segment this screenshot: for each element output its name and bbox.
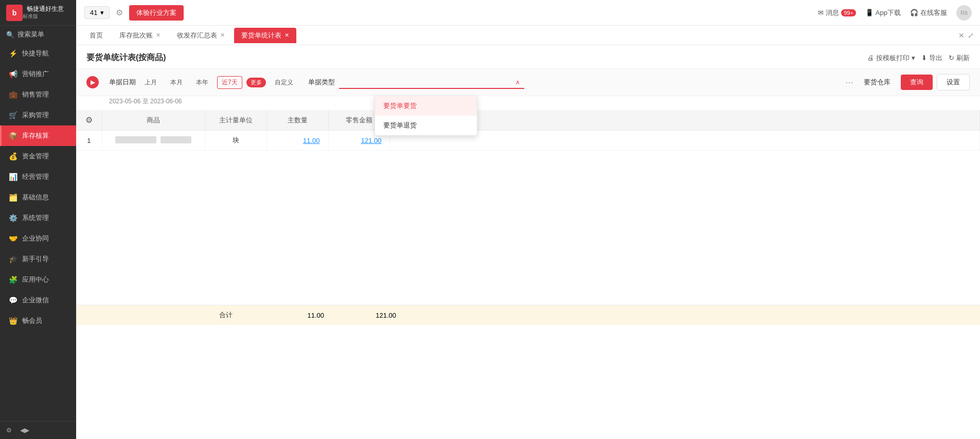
avatar-text: Rit xyxy=(960,10,967,16)
search-label: 搜索菜单 xyxy=(17,30,44,39)
goods-placeholder-1 xyxy=(115,136,156,143)
page-header: 要货单统计表(按商品) 🖨 按模板打印 ▾ ⬇ 导出 ↻ 刷新 xyxy=(76,45,980,69)
warehouse-filter-group: 要货仓库 xyxy=(864,78,890,87)
type-dropdown: 要货单要货 要货单退货 xyxy=(375,96,477,136)
sidebar: b 畅捷通好生意 标准版 🔍 搜索菜单 ⚡ 快捷导航 📢 营销推广 💼 销售管理… xyxy=(0,0,76,439)
zijin-icon: 💰 xyxy=(8,151,18,161)
messages-badge: 99+ xyxy=(841,9,856,16)
app-download-btn[interactable]: 📱 App下载 xyxy=(865,8,901,17)
sidebar-item-label: 应用中心 xyxy=(22,275,49,284)
settings-icon[interactable]: ⚙ xyxy=(85,116,93,124)
wechat-icon: 💬 xyxy=(8,295,18,305)
table-header-row: ⚙ 商品 主计量单位 主数量 零售金额 xyxy=(76,110,980,131)
sidebar-item-xitong[interactable]: ⚙️ 系统管理 xyxy=(0,208,76,228)
topbar-left: 41 ▾ ⚙ 体验行业方案 xyxy=(84,5,184,21)
date-custom-btn[interactable]: 自定义 xyxy=(270,76,298,89)
sidebar-item-label: 系统管理 xyxy=(22,213,49,223)
footer-quantity: 11.00 xyxy=(271,312,332,319)
tab-kucun-pici[interactable]: 库存批次账 ✕ xyxy=(112,28,168,43)
close-all-tabs[interactable]: ✕ ⤢ xyxy=(958,31,974,40)
td-quantity[interactable]: 11.00 xyxy=(266,131,328,151)
filter-bar-container: ▶ 单据日期 上月 本月 本年 近7天 更多 自定义 单据类型 xyxy=(76,69,980,110)
filter-toggle-btn[interactable]: ▶ xyxy=(86,76,99,88)
sidebar-item-label: 畅会员 xyxy=(22,316,42,325)
sidebar-item-yingyong[interactable]: 🧩 应用中心 xyxy=(0,269,76,290)
online-service-btn[interactable]: 🎧 在线客服 xyxy=(910,8,947,17)
dropdown-item-tuihuo[interactable]: 要货单退货 xyxy=(375,116,477,135)
query-btn[interactable]: 查询 xyxy=(901,75,933,90)
sidebar-item-wechat[interactable]: 💬 企业微信 xyxy=(0,290,76,310)
sidebar-item-jingying[interactable]: 📊 经营管理 xyxy=(0,167,76,187)
kuaijie-icon: ⚡ xyxy=(8,48,18,59)
expand-icon: ▶ xyxy=(91,79,95,86)
maximize-icon: ⤢ xyxy=(968,31,974,40)
sidebar-item-kuaijie[interactable]: ⚡ 快捷导航 xyxy=(0,43,76,64)
phone-icon: 📱 xyxy=(865,9,874,16)
sidebar-item-xiaoshou[interactable]: 💼 销售管理 xyxy=(0,84,76,105)
date-this-month[interactable]: 本月 xyxy=(166,76,187,89)
sidebar-item-huiyuan[interactable]: 👑 畅会员 xyxy=(0,310,76,331)
sidebar-item-zijin[interactable]: 💰 资金管理 xyxy=(0,146,76,167)
type-chevron-icon[interactable]: ∧ xyxy=(515,79,520,86)
tab-shoufa-huizong[interactable]: 收发存汇总表 ✕ xyxy=(170,28,232,43)
online-service-label: 在线客服 xyxy=(920,8,947,17)
filter-more-icon[interactable]: ⋯ xyxy=(845,78,853,87)
chevron-down-icon: ▾ xyxy=(100,9,104,16)
jichu-icon: 🗂️ xyxy=(8,192,18,203)
tab-home[interactable]: 首页 xyxy=(82,28,110,43)
sidebar-item-label: 销售管理 xyxy=(22,90,49,99)
message-icon: ✉ xyxy=(818,9,824,16)
tab-close-icon[interactable]: ✕ xyxy=(156,32,161,39)
date-last-7[interactable]: 近7天 xyxy=(217,76,242,89)
search-menu[interactable]: 🔍 搜索菜单 xyxy=(0,26,76,43)
td-extra xyxy=(390,131,980,151)
tab-yaohuodan-tongji[interactable]: 要货单统计表 ✕ xyxy=(234,28,296,43)
refresh-btn[interactable]: ↻ 刷新 xyxy=(949,53,970,63)
th-settings[interactable]: ⚙ xyxy=(76,110,102,131)
topbar-gear-icon[interactable]: ⚙ xyxy=(116,8,123,17)
collapse-btn[interactable]: ◀▶ xyxy=(20,427,29,434)
date-range-display: 2023-05-06 至 2023-06-06 xyxy=(76,96,980,110)
dropdown-item-yaohuo[interactable]: 要货单要货 xyxy=(375,96,477,116)
footer-label: 合计 xyxy=(219,310,271,320)
settings-btn[interactable]: 设置 xyxy=(937,74,970,90)
sidebar-item-xinshou[interactable]: 🎓 新手引导 xyxy=(0,249,76,269)
search-icon: 🔍 xyxy=(6,31,14,39)
print-btn[interactable]: 🖨 按模板打印 ▾ xyxy=(867,53,915,63)
sidebar-item-yingxiao[interactable]: 📢 营销推广 xyxy=(0,64,76,84)
th-extra xyxy=(390,110,980,131)
page-title: 要货单统计表(按商品) xyxy=(86,52,166,63)
date-this-year[interactable]: 本年 xyxy=(191,76,213,89)
page-actions: 🖨 按模板打印 ▾ ⬇ 导出 ↻ 刷新 xyxy=(867,53,970,63)
td-index: 1 xyxy=(76,131,102,151)
sidebar-item-label: 营销推广 xyxy=(22,69,49,79)
branch-value: 41 xyxy=(90,9,97,16)
sidebar-item-qiye[interactable]: 🤝 企业协同 xyxy=(0,228,76,249)
tab-close-icon[interactable]: ✕ xyxy=(284,32,289,39)
trial-btn[interactable]: 体验行业方案 xyxy=(129,5,184,21)
type-input[interactable] xyxy=(339,76,524,89)
sidebar-item-label: 企业协同 xyxy=(22,234,49,243)
main-area: 41 ▾ ⚙ 体验行业方案 ✉ 消息 99+ 📱 App下载 🎧 在线客服 Ri… xyxy=(76,0,980,439)
sidebar-item-kucun[interactable]: 📦 库存核算 xyxy=(0,125,76,146)
service-icon: 🎧 xyxy=(910,9,918,16)
settings-btn[interactable]: ⚙ xyxy=(6,427,12,434)
app-download-label: App下载 xyxy=(876,8,901,17)
date-last-month[interactable]: 上月 xyxy=(140,76,162,89)
date-more-btn[interactable]: 更多 xyxy=(246,78,266,87)
tab-close-icon[interactable]: ✕ xyxy=(220,32,225,39)
export-icon: ⬇ xyxy=(921,54,927,62)
close-all-icon: ✕ xyxy=(958,31,965,40)
branch-selector[interactable]: 41 ▾ xyxy=(84,6,110,19)
qiye-icon: 🤝 xyxy=(8,233,18,244)
sidebar-item-caigou[interactable]: 🛒 采购管理 xyxy=(0,105,76,125)
table-footer: 合计 11.00 121.00 xyxy=(76,305,980,325)
user-avatar[interactable]: Rit xyxy=(956,5,972,21)
th-goods: 商品 xyxy=(102,110,205,131)
data-table: ⚙ 商品 主计量单位 主数量 零售金额 1 xyxy=(76,110,980,151)
export-btn[interactable]: ⬇ 导出 xyxy=(921,53,942,63)
warehouse-label: 要货仓库 xyxy=(864,78,890,87)
sidebar-item-jichu[interactable]: 🗂️ 基础信息 xyxy=(0,187,76,208)
xiaoshou-icon: 💼 xyxy=(8,89,18,100)
messages-btn[interactable]: ✉ 消息 99+ xyxy=(818,8,856,17)
